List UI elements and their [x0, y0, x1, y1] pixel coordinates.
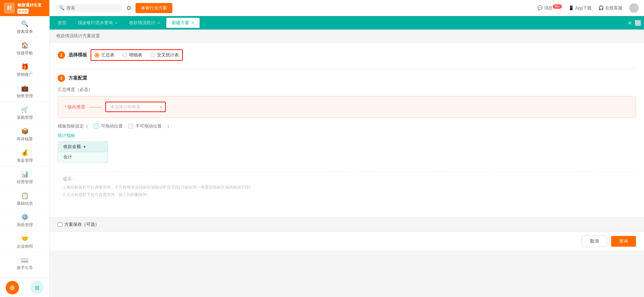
sidebar: 好 畅捷通好生意 标准版 🔍 搜索菜单 🏠 快捷导航 🎁 营销推广 💼 销售管理… [0, 0, 50, 297]
logo-icon: 好 [4, 3, 15, 13]
purchase-icon: 🛒 [21, 106, 29, 113]
sidebar-item-label: 营销推广 [17, 72, 33, 78]
tab-payment-stats-label: 收款情况统计 [129, 20, 155, 26]
dropdown-chevron-icon[interactable]: ▾ [84, 144, 86, 149]
sidebar-item-label: 采购管理 [17, 115, 33, 120]
radio-summary[interactable]: 汇总表 [95, 52, 114, 58]
dimension-config-area: 纵向维度 —— 请选择分组维度 [58, 96, 636, 118]
tab-close-icon[interactable]: ✕ [157, 21, 160, 25]
sidebar-secondary-btn[interactable]: ⊞ [30, 281, 44, 294]
radio-crosstab-input[interactable] [150, 53, 155, 57]
sidebar-item-label: 系统管理 [17, 222, 33, 228]
indicator-settings-label: 模板指标设定（ [58, 123, 88, 129]
draggable-label: 可拖动位置 [101, 123, 123, 129]
sidebar-item-label: 企业协同 [17, 244, 33, 249]
non-draggable-box [128, 123, 133, 129]
sales-icon: 💼 [21, 85, 29, 92]
footer-actions: 取消 查询 [50, 232, 644, 250]
user-avatar[interactable] [629, 3, 639, 13]
indicator-toggle-row: 模板指标设定（ 可拖动位置 不可拖动位置 ） [58, 123, 636, 129]
step1-title-row: 1 选择模板 汇总表 明细表 交叉统计表 [58, 49, 636, 61]
cancel-button[interactable]: 取消 [582, 236, 607, 247]
sidebar-item-guide[interactable]: 📖 新手引导 [0, 252, 49, 274]
sidebar-item-inventory[interactable]: 📦 库存核算 [0, 123, 49, 145]
step1-badge: 1 [58, 51, 65, 59]
save-checkbox-label[interactable]: 方案保存（可选） [58, 221, 99, 228]
quick-nav-icon: 🏠 [21, 42, 29, 49]
divider1 [58, 69, 636, 69]
marketing-icon: 🎁 [21, 63, 29, 70]
sidebar-item-system[interactable]: ⚙️ 系统管理 [0, 209, 49, 231]
app-download-item[interactable]: 📱 App下载 [569, 5, 592, 11]
sidebar-item-marketing[interactable]: 🎁 营销推广 [0, 59, 49, 81]
tips-item-1: 1.拖动标题栏可以调整布局，不可跨维度或指标区域拖动栏目字段(只能在同一维度或指… [63, 184, 631, 191]
business-icon: 📊 [21, 170, 29, 178]
sidebar-item-basic[interactable]: 📋 基础信息 [0, 188, 49, 209]
page-header: 收款情况统计方案设置 [50, 30, 644, 43]
query-button[interactable]: 查询 [611, 236, 636, 247]
table-row-text: 合计 [63, 154, 72, 159]
indicator-label-suffix: ） [167, 123, 171, 129]
sidebar-item-search-menu[interactable]: 🔍 搜索菜单 [0, 16, 49, 38]
guide-icon: 📖 [21, 256, 29, 264]
tab-cash-bank-label: 现金银行流水查询 [78, 20, 113, 26]
sidebar-item-label: 销售管理 [17, 93, 33, 99]
radio-crosstab-label: 交叉统计表 [157, 52, 179, 58]
tab-new-plan[interactable]: 新建方案 ✕ [166, 18, 200, 28]
sidebar-item-sales[interactable]: 💼 销售管理 [0, 81, 49, 102]
tabbar: 首页 现金银行流水查询 ✕ 收款情况统计 ✕ 新建方案 ✕ ✕ ⬜ [50, 16, 644, 30]
sidebar-item-finance[interactable]: 💰 资金管理 [0, 145, 49, 166]
tab-home[interactable]: 首页 [52, 18, 72, 28]
dimension-select[interactable]: 请选择分组维度 [105, 102, 166, 112]
radio-detail-input[interactable] [122, 53, 127, 57]
indicator-table: 收款金额 ▾ 合计 [58, 141, 108, 162]
tips-section: 提示： 1.拖动标题栏可以调整布局，不可跨维度或指标区域拖动栏目字段(只能在同一… [58, 171, 636, 202]
sidebar-item-label: 搜索菜单 [17, 29, 33, 35]
sidebar-add-btn[interactable]: ⊕ [6, 281, 19, 294]
app-download-icon: 📱 [569, 5, 574, 10]
tabbar-actions: ✕ ⬜ [628, 20, 641, 26]
close-window-icon[interactable]: ✕ [628, 20, 632, 26]
arrow-icon: —— [89, 103, 101, 110]
sidebar-item-collab[interactable]: 🤝 企业协同 [0, 231, 49, 252]
collab-icon: 🤝 [21, 235, 29, 242]
page-body: 1 选择模板 汇总表 明细表 交叉统计表 [50, 43, 644, 217]
sidebar-item-label: 库存核算 [17, 136, 33, 142]
step2-title-text: 方案配置 [68, 75, 87, 81]
topbar-search-box[interactable]: 🔍 [55, 4, 122, 12]
radio-detail[interactable]: 明细表 [122, 52, 142, 58]
sidebar-item-hardware[interactable]: 💡 智能硬件 [0, 274, 49, 278]
online-service-label: 在线客服 [605, 5, 623, 11]
step2-section: 2 方案配置 汇总维度（必选） 纵向维度 —— 请选择分组维度 [58, 75, 636, 202]
radio-crosstab[interactable]: 交叉统计表 [150, 52, 179, 58]
inventory-icon: 📦 [21, 128, 29, 135]
gear-icon[interactable]: ⚙ [126, 4, 131, 12]
save-checkbox-input[interactable] [58, 222, 62, 227]
online-service-icon: 🎧 [598, 5, 604, 10]
sidebar-item-label: 新手引导 [17, 265, 33, 271]
sidebar-bottom: ⊕ ⊞ [0, 278, 49, 297]
maximize-icon[interactable]: ⬜ [635, 20, 641, 26]
step2-badge: 2 [58, 75, 65, 82]
sidebar-item-purchase[interactable]: 🛒 采购管理 [0, 102, 49, 123]
sidebar-logo: 好 畅捷通好生意 标准版 [0, 0, 49, 16]
sidebar-items-list: 🔍 搜索菜单 🏠 快捷导航 🎁 营销推广 💼 销售管理 🛒 采购管理 📦 库存核… [0, 16, 49, 278]
tab-cash-bank[interactable]: 现金银行流水查询 ✕ [72, 18, 123, 28]
topbar: 🔍 ⚙ 体验行业方案 💬 消息 99+ 📱 App下载 🎧 在线客服 [50, 0, 644, 16]
notification-item[interactable]: 💬 消息 99+ [537, 5, 562, 11]
sidebar-item-business[interactable]: 📊 经营管理 [0, 166, 49, 188]
topbar-right: 💬 消息 99+ 📱 App下载 🎧 在线客服 [537, 3, 639, 13]
industry-plan-button[interactable]: 体验行业方案 [136, 3, 172, 13]
radio-summary-input[interactable] [95, 53, 99, 57]
system-icon: ⚙️ [21, 213, 29, 221]
tab-payment-stats[interactable]: 收款情况统计 ✕ [124, 18, 166, 28]
sidebar-item-label: 基础信息 [17, 201, 33, 206]
sidebar-item-quick-nav[interactable]: 🏠 快捷导航 [0, 38, 49, 59]
add-icon: ⊕ [9, 284, 15, 292]
online-service-item[interactable]: 🎧 在线客服 [598, 5, 623, 11]
search-input[interactable] [66, 5, 113, 10]
step1-title-text: 选择模板 [68, 52, 87, 58]
tab-close-icon[interactable]: ✕ [191, 21, 194, 25]
indicator-table-header: 收款金额 ▾ [58, 142, 108, 152]
tab-close-icon[interactable]: ✕ [115, 21, 118, 25]
